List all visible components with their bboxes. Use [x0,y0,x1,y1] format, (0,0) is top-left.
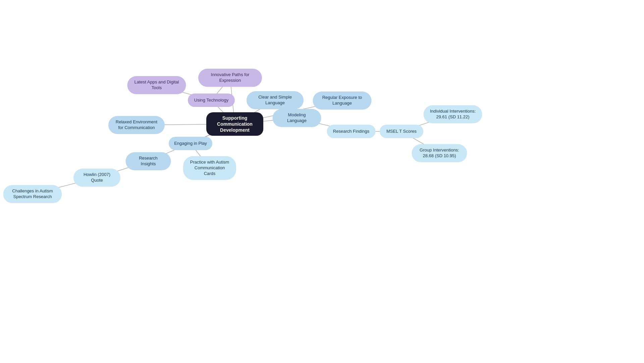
node-engaging-play[interactable]: Engaging in Play [169,137,212,150]
node-center[interactable]: Supporting Communication Development [206,112,263,136]
node-msel-scores[interactable]: MSEL T Scores [380,125,423,138]
node-practice-cards[interactable]: Practice with Autism Communication Cards [183,156,236,180]
node-regular-exposure[interactable]: Regular Exposure to Language [313,92,372,110]
node-individual-interventions[interactable]: Individual Interventions: 29.61 (SD 11.2… [424,105,482,123]
node-latest-apps[interactable]: Latest Apps and Digital Tools [127,76,186,94]
node-challenges[interactable]: Challenges in Autism Spectrum Research [3,185,62,203]
mindmap-canvas: Supporting Communication DevelopmentInno… [0,0,644,363]
node-howlin-quote[interactable]: Howlin (2007) Quote [73,169,120,187]
node-research-insights[interactable]: Research Insights [126,152,171,170]
node-research-findings[interactable]: Research Findings [327,125,376,138]
node-using-tech[interactable]: Using Technology [188,94,235,107]
node-relaxed-env[interactable]: Relaxed Environment for Communication [108,116,165,134]
node-innovative[interactable]: Innovative Paths for Expression [198,69,262,87]
node-modeling-lang[interactable]: Modeling Language [273,109,321,127]
node-clear-language[interactable]: Clear and Simple Language [247,91,304,109]
node-group-interventions[interactable]: Group Interventions: 28.68 (SD 10.95) [412,144,467,162]
